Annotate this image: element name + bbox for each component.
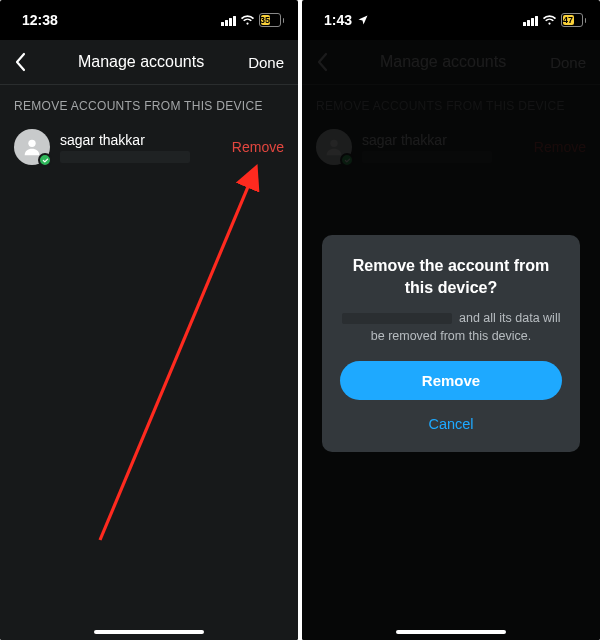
avatar — [14, 129, 50, 165]
screen-content: Manage accounts Done REMOVE ACCOUNTS FRO… — [0, 40, 298, 640]
status-bar: 1:43 47 — [302, 0, 600, 40]
svg-point-0 — [28, 140, 35, 147]
status-bar: 12:38 35 — [0, 0, 298, 40]
battery-level: 35 — [261, 15, 270, 25]
account-row: sagar thakkar Remove — [0, 125, 298, 173]
modal-remove-button[interactable]: Remove — [340, 361, 562, 400]
wifi-icon — [542, 15, 557, 26]
wifi-icon — [240, 15, 255, 26]
page-title: Manage accounts — [34, 53, 248, 71]
account-name: sagar thakkar — [60, 132, 222, 148]
phone-left: 12:38 35 Manage accounts Done — [0, 0, 298, 640]
section-header: REMOVE ACCOUNTS FROM THIS DEVICE — [0, 85, 298, 125]
status-time: 12:38 — [22, 12, 58, 28]
done-button[interactable]: Done — [248, 54, 284, 71]
modal-body: and all its data will be removed from th… — [340, 310, 562, 345]
account-sub-redacted — [60, 151, 190, 163]
battery-level: 47 — [563, 15, 574, 25]
location-icon — [357, 14, 369, 26]
home-indicator[interactable] — [94, 630, 204, 634]
redacted-account — [342, 313, 452, 324]
home-indicator[interactable] — [396, 630, 506, 634]
status-right: 47 — [523, 13, 586, 27]
chevron-left-icon — [14, 52, 26, 72]
svg-line-1 — [100, 170, 255, 540]
back-button[interactable] — [14, 52, 34, 72]
status-time: 1:43 — [324, 12, 352, 28]
nav-bar: Manage accounts Done — [0, 40, 298, 84]
battery-icon: 35 — [259, 13, 285, 27]
status-right: 35 — [221, 13, 284, 27]
confirm-modal: Remove the account from this device? and… — [322, 235, 580, 452]
check-badge-icon — [38, 153, 52, 167]
modal-cancel-button[interactable]: Cancel — [340, 412, 562, 436]
remove-button[interactable]: Remove — [232, 139, 284, 155]
account-text: sagar thakkar — [60, 132, 222, 163]
battery-icon: 47 — [561, 13, 587, 27]
screen-content: Manage accounts Done REMOVE ACCOUNTS FRO… — [302, 40, 600, 640]
modal-title: Remove the account from this device? — [340, 255, 562, 298]
cellular-icon — [523, 15, 538, 26]
cellular-icon — [221, 15, 236, 26]
phone-right: 1:43 47 Manage accounts Do — [302, 0, 600, 640]
